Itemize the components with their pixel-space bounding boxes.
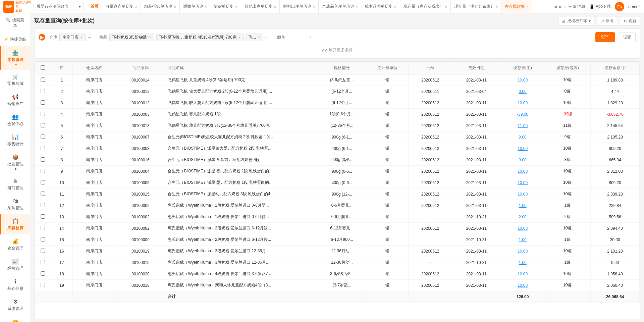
nav-tab-1[interactable]: 分量盘点单历史 × — [102, 0, 141, 13]
remove-warehouse-tag-icon[interactable]: × — [80, 35, 83, 39]
close-icon[interactable]: × — [394, 5, 396, 9]
row-checkbox-cell[interactable] — [35, 189, 51, 200]
sidebar-item-purchase[interactable]: 🛍 采购管理 — [0, 194, 30, 214]
row-qty-main[interactable]: 1.00 — [501, 257, 544, 268]
row-checkbox-cell[interactable] — [35, 131, 51, 143]
avatar[interactable]: Ea — [615, 2, 624, 11]
row-checkbox-cell[interactable] — [35, 246, 51, 257]
row-checkbox-cell[interactable] — [35, 268, 51, 280]
row-checkbox-cell[interactable] — [35, 74, 51, 86]
remove-product-tag-3-icon[interactable]: × — [258, 35, 260, 39]
row-checkbox[interactable] — [41, 112, 45, 116]
row-checkbox-cell[interactable] — [35, 200, 51, 211]
row-qty-main[interactable]: 10.00 — [501, 74, 544, 86]
row-checkbox[interactable] — [41, 237, 45, 241]
row-qty-main[interactable]: 1.00 — [501, 234, 544, 246]
row-checkbox[interactable] — [41, 100, 45, 105]
sidebar-item-business[interactable]: 📈 经营管理 — [0, 255, 30, 275]
amount-info-icon[interactable]: ⓘ — [622, 65, 626, 70]
nav-tab-11[interactable]: 库存批次账 × — [501, 0, 532, 13]
close-icon[interactable]: × — [135, 5, 137, 9]
sidebar-item-finance[interactable]: 💰 资金管理 — [0, 234, 30, 255]
sidebar-item-wholesale[interactable]: 📦 批发管理 ▾ — [0, 150, 30, 174]
close-icon[interactable]: × — [235, 5, 237, 9]
warehouse-tag-1[interactable]: 南岸门店 × — [59, 34, 86, 41]
row-checkbox-cell[interactable] — [35, 120, 51, 131]
row-qty-main[interactable]: 11.00 — [501, 120, 544, 131]
row-checkbox[interactable] — [41, 180, 45, 184]
row-checkbox[interactable] — [41, 157, 45, 162]
row-checkbox[interactable] — [41, 123, 45, 127]
sidebar-item-retail[interactable]: 🏪 零售管理 ▾ — [0, 46, 30, 70]
row-qty-main[interactable]: 0.00 — [501, 86, 544, 97]
row-checkbox-cell[interactable] — [35, 86, 51, 97]
product-tag-2[interactable]: 飞鹤星飞帆 儿童奶粉 4段(3-6岁适用) 700克 × — [156, 34, 244, 41]
row-checkbox-cell[interactable] — [35, 280, 51, 291]
refresh-btn[interactable]: ↻ 刷新 — [620, 16, 640, 26]
select-all-checkbox[interactable] — [41, 65, 45, 70]
row-checkbox-cell[interactable] — [35, 234, 51, 246]
sidebar-item-basic[interactable]: ℹ 基础信息 — [0, 275, 30, 295]
shortcut-nav-btn[interactable]: ⚡ 快捷导航 — [0, 35, 30, 44]
row-checkbox-cell[interactable] — [35, 143, 51, 154]
sidebar-item-stats[interactable]: 📊 零售统计 — [0, 130, 30, 150]
row-qty-main[interactable]: 3.00 — [501, 154, 544, 166]
row-qty-main[interactable]: 10.00 — [501, 246, 544, 257]
close-icon[interactable]: × — [526, 5, 528, 9]
tab-selector[interactable]: 母婴行业演示账套 ▾ — [34, 3, 84, 10]
row-checkbox-cell[interactable] — [35, 166, 51, 177]
app-download-btn[interactable]: 📱 App下载 — [589, 4, 611, 9]
row-checkbox[interactable] — [41, 77, 45, 82]
remove-product-tag-2-icon[interactable]: × — [238, 35, 240, 39]
row-checkbox[interactable] — [41, 203, 45, 207]
row-checkbox-cell[interactable] — [35, 257, 51, 268]
message-btn[interactable]: ✉ 消息 — [573, 4, 585, 9]
product-tag-1[interactable]: 飞鹤奶粉3段阶梯装 × — [109, 34, 154, 41]
nav-tab-5[interactable]: 其他出库单历史 × — [241, 0, 280, 13]
row-qty-main[interactable]: 10.00 — [501, 177, 544, 189]
sidebar-item-system[interactable]: ⚙ 系统管理 — [0, 295, 30, 315]
row-checkbox[interactable] — [41, 135, 45, 139]
row-qty-main[interactable]: 10.00 — [501, 166, 544, 177]
query-btn[interactable]: 查询 — [595, 32, 615, 42]
expand-conditions-btn[interactable]: ∨∨ 展开更多条件 — [39, 45, 636, 55]
row-qty-main[interactable]: 2.00 — [501, 211, 544, 223]
warehouse-more-btn[interactable]: ··· — [88, 35, 91, 40]
color-dropdown-icon[interactable]: ▾ — [309, 35, 311, 40]
remove-product-tag-1-icon[interactable]: × — [149, 35, 151, 39]
row-checkbox[interactable] — [41, 169, 45, 173]
sidebar-item-members[interactable]: 👥 会员中心 — [0, 110, 30, 130]
row-checkbox[interactable] — [41, 89, 45, 93]
sidebar-item-ecommerce[interactable]: 🖥 电商管理 — [0, 174, 30, 194]
print-template-btn[interactable]: 🖨 按模板打印 ▾ — [558, 16, 594, 26]
row-checkbox[interactable] — [41, 214, 45, 219]
nav-tab-10[interactable]: 现存量（库存分布表） × — [451, 0, 501, 13]
sidebar-item-inventory[interactable]: 📋 库存核算 — [0, 214, 30, 234]
nav-tab-2[interactable]: 组装拆卸单历史 × — [141, 0, 179, 13]
tab-prev-icon[interactable]: ◀ — [553, 4, 557, 10]
close-icon[interactable]: × — [174, 5, 176, 9]
row-qty-main[interactable]: 1.00 — [501, 200, 544, 211]
row-checkbox-cell[interactable] — [35, 97, 51, 109]
sidebar-item-collab[interactable]: 🤝 企业协同 — [0, 315, 30, 322]
nav-tab-4[interactable]: 要货单历史 × — [210, 0, 241, 13]
row-checkbox-cell[interactable] — [35, 154, 51, 166]
filter-expand-btn[interactable]: ▶ — [39, 34, 45, 41]
row-checkbox-cell[interactable] — [35, 109, 51, 120]
close-icon[interactable]: × — [356, 5, 358, 9]
nav-tab-3[interactable]: 调拨单历史 × — [180, 0, 210, 13]
row-checkbox-cell[interactable] — [35, 211, 51, 223]
tab-next-icon[interactable]: ▶ — [558, 4, 562, 10]
sidebar-item-marketing[interactable]: 📢 营销推广 — [0, 90, 30, 110]
nav-tab-7[interactable]: 产成品入库单历史 × — [319, 0, 361, 13]
row-checkbox-cell[interactable] — [35, 223, 51, 234]
close-icon[interactable]: × — [445, 5, 447, 9]
row-checkbox-cell[interactable] — [35, 177, 51, 189]
nav-tab-9[interactable]: 现存量（库存状况表） × — [400, 0, 451, 13]
nav-tab-home[interactable]: 首页 — [87, 0, 102, 13]
row-checkbox[interactable] — [41, 146, 45, 150]
row-checkbox[interactable] — [41, 271, 45, 276]
row-qty-main[interactable]: 10.00 — [501, 268, 544, 280]
sidebar-item-mall[interactable]: 🛒 零售商城 — [0, 70, 30, 90]
product-tag-3[interactable]: 飞... × — [246, 34, 263, 41]
